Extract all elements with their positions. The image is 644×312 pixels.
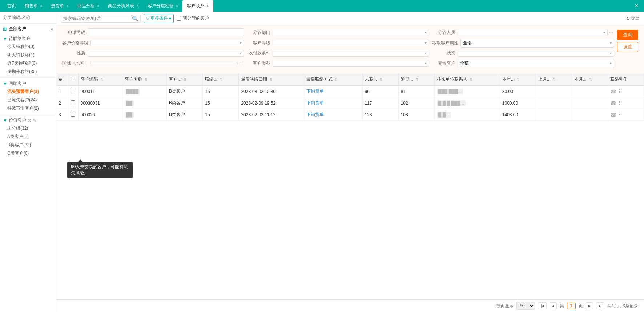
manager-dots[interactable]: ··· [608,30,614,35]
arrow-icon-2: ▼ [3,81,7,86]
nav-tab-sales[interactable]: 销售单 × [20,0,47,12]
contact-icon[interactable]: ☎ [610,89,616,94]
scattered-down-icon: ▾ [610,61,612,65]
table-row: 1000011████B类客户152023-03-02 10:30:下销货单96… [56,86,644,97]
row-checkbox[interactable] [71,89,75,93]
my-customers-checkbox[interactable] [177,16,181,21]
first-page-button[interactable]: |◂ [538,302,546,309]
contact-icon[interactable]: ☎ [610,112,616,118]
cell-checkbox[interactable] [68,86,78,97]
nav-tab-customer-tier[interactable]: 客户分层经营 × [143,0,182,12]
nav-tab-home[interactable]: 首页 [3,0,20,12]
customer-level-select[interactable]: ▾ [273,40,429,46]
cell-last-contact-method[interactable]: 下销货单 [304,109,362,121]
close-analysis-list-icon[interactable]: × [136,4,138,8]
row-checkbox[interactable] [71,100,75,105]
nav-tab-customer-contact[interactable]: 客户联系 × [182,0,213,12]
sidebar-item-class-b[interactable]: B类客户(33) [0,141,56,149]
cell-last-contact-method[interactable]: 下销货单 [304,97,362,109]
nav-tab-analysis-list[interactable]: 商品分析列表 × [104,0,143,12]
sidebar-item-tomorrow[interactable]: 明天待联络(1) [0,51,56,59]
phone-input[interactable] [88,28,244,36]
th-uncontacted[interactable]: 未联... ⇅ [362,73,398,86]
filter-search-button[interactable]: 🔍 [132,16,138,21]
my-customers-checkbox-label[interactable]: 我分管的客户 [177,15,209,21]
th-last-month[interactable]: 上月... ⇅ [536,73,572,86]
close-sales-icon[interactable]: × [40,4,42,8]
sidebar-group-review[interactable]: ▼ 回顾客户 [0,79,56,88]
row-checkbox[interactable] [71,112,75,117]
select-all-checkbox[interactable] [71,77,75,81]
query-button[interactable]: 查询 [617,30,638,40]
th-last-contact-date[interactable]: 最后联络日期 ⇅ [239,73,304,86]
sidebar-search-box[interactable]: 🔍 [0,12,56,24]
more-conditions-button[interactable]: ▽ 更多条件 ▾ [144,14,174,23]
th-code[interactable]: 客户编码 ⇅ [78,73,122,86]
customer-type-select[interactable]: ▾ [273,60,429,67]
close-all-button[interactable]: × [632,3,641,9]
cell-last-month [536,97,572,109]
next-page-button[interactable]: ▸ [586,302,593,309]
all-customers-header[interactable]: ⊞ 全部客户 « [0,24,56,34]
th-settings[interactable]: ⚙ [56,73,68,86]
payment-select[interactable]: ▾ [273,50,429,57]
scattered-attr-select[interactable]: 全部 ▾ [460,39,614,48]
sidebar-group-value[interactable]: ▼ 价值客户 ⊙ ✎ [0,116,56,124]
region-dots[interactable]: ··· [238,61,244,66]
close-analysis-icon[interactable]: × [97,4,99,8]
sidebar-item-7days[interactable]: 近7天待联络(0) [0,59,56,68]
export-button[interactable]: ↻ 导出 [626,15,640,21]
sidebar-item-churned[interactable]: 已流失客户(24) [0,96,56,104]
th-overdue[interactable]: 逾期... ⇅ [398,73,434,86]
filter-search-input[interactable] [63,16,132,21]
sidebar-search-input[interactable] [3,15,56,20]
th-name[interactable]: 客户名称 ⇅ [122,73,167,86]
nav-tab-purchase[interactable]: 进货单 × [47,0,73,12]
manager-select[interactable]: ▾ [458,29,608,36]
status-select[interactable]: ▾ [458,50,614,57]
dept-select[interactable]: ▾ [273,29,429,36]
th-type[interactable]: 客户... ⇅ [167,73,203,86]
scattered-select[interactable]: 全部 ▾ [458,59,614,68]
sidebar-item-churn-warning[interactable]: 流失预警客户(3) [0,88,56,96]
add-group-icon[interactable]: ⊙ [28,118,31,123]
cell-checkbox[interactable] [68,109,78,121]
region-select[interactable] [90,62,238,65]
th-this-month[interactable]: 本月... ⇅ [572,73,608,86]
last-page-button[interactable]: ▸| [596,302,604,309]
th-last-contact-method[interactable]: 最后联络方式 ⇅ [304,73,362,86]
th-contact[interactable]: 联络... ⇅ [203,73,239,86]
settings-button[interactable]: 设置 [617,42,638,52]
sidebar-group-pending[interactable]: ▼ 待联络客户 [0,34,56,42]
filter-search-box[interactable]: 🔍 [61,15,141,23]
price-level-down-icon: ▾ [240,41,242,45]
sidebar-item-class-a[interactable]: A类客户(1) [0,133,56,141]
cell-last-contact-method[interactable]: 下销货单 [304,86,362,97]
prev-page-button[interactable]: ◂ [550,302,557,309]
cell-contact-person: █ █ █ ███... [434,97,500,109]
price-level-select[interactable]: ▾ [90,40,244,46]
sidebar-item-today[interactable]: 今天待联络(0) [0,42,56,51]
contact-icon[interactable]: ☎ [610,100,616,106]
close-purchase-icon[interactable]: × [66,4,68,8]
th-contact-person[interactable]: 往来单位联系人 ⇅ [434,73,500,86]
sidebar-item-ungrouped[interactable]: 未分组(32) [0,124,56,133]
sidebar-item-declining[interactable]: 持续下滑客户(2) [0,104,56,113]
more-action-icon[interactable]: ⠿ [619,89,622,94]
per-page-select[interactable]: 50 100 200 [516,302,535,310]
more-action-icon[interactable]: ⠿ [619,112,622,118]
nature-select[interactable]: ▾ [88,50,244,57]
sidebar-item-overdue[interactable]: 逾期未联络(30) [0,68,56,76]
cell-checkbox[interactable] [68,97,78,109]
divider-2 [0,114,56,114]
close-customer-tier-icon[interactable]: × [176,4,178,8]
customer-type-down-icon: ▾ [425,61,427,65]
top-nav: 首页 销售单 × 进货单 × 商品分析 × 商品分析列表 × 客户分层经营 × … [0,0,644,12]
customer-level-down-icon: ▾ [425,41,427,45]
more-action-icon[interactable]: ⠿ [619,100,622,106]
edit-group-icon[interactable]: ✎ [33,118,36,123]
nav-tab-analysis[interactable]: 商品分析 × [73,0,104,12]
sidebar-item-class-c[interactable]: C类客户(6) [0,149,56,158]
close-customer-contact-icon[interactable]: × [206,4,209,8]
th-this-year[interactable]: 本年... ⇅ [500,73,536,86]
